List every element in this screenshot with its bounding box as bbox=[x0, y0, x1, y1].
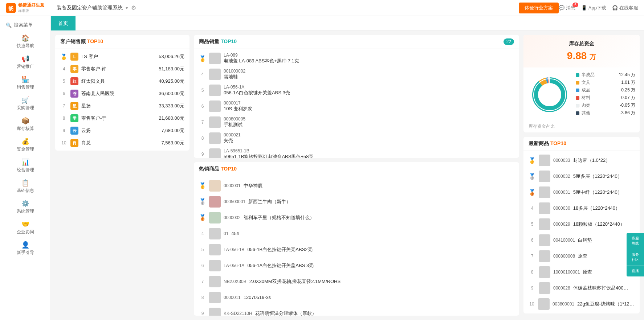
search-menu-item[interactable]: 🔍 搜索菜单 bbox=[0, 19, 50, 31]
customer-badge-7: 云 bbox=[70, 127, 78, 135]
rank-num: 4 bbox=[529, 206, 536, 211]
float-btn-customer-service[interactable]: 客服热线 bbox=[627, 233, 644, 249]
newest-product-code: 0000029 bbox=[553, 222, 570, 227]
hot-product-code: KK-SD22110H bbox=[224, 311, 252, 316]
logo-icon: 畅 bbox=[6, 3, 16, 13]
product-img-hot bbox=[209, 276, 221, 287]
donut-chart bbox=[528, 73, 571, 116]
newest-product-name: 原查 bbox=[583, 269, 592, 275]
customer-amount-7: 7,680.00元 bbox=[161, 127, 184, 134]
newest-products-list: 🥇 0000033 封边带（1.0*22） 🥈 0000032 5厘多层（122… bbox=[523, 151, 640, 313]
trial-button[interactable]: 体验行业方案 bbox=[519, 3, 559, 13]
product-img bbox=[209, 148, 221, 158]
product-img-hot bbox=[209, 244, 221, 255]
sidebar-item-quick-nav[interactable]: 🏠 快捷导航 bbox=[0, 31, 50, 52]
donut-inner bbox=[534, 79, 566, 111]
customer-name-8: 肖总 bbox=[81, 140, 158, 146]
newest-product-code: 0000028 bbox=[553, 286, 570, 291]
hot-product-code: 0000011 bbox=[224, 295, 241, 300]
product-img-newest bbox=[539, 171, 550, 182]
customer-rank-item: 10 肖 肖总 7,563.00元 bbox=[55, 137, 189, 149]
rank-num: 6 bbox=[529, 238, 536, 243]
customer-rank-item: 4 零 零售客户-许 51,183.00元 bbox=[55, 63, 189, 75]
legend-name-6: 其他 bbox=[582, 110, 617, 116]
sidebar-item-finance[interactable]: 💰 资金管理 bbox=[0, 135, 50, 155]
product-img-newest bbox=[538, 298, 550, 310]
rank-num: 8 bbox=[199, 136, 206, 141]
newest-product-name: 18多层（1220*2440） bbox=[573, 205, 620, 212]
hot-products-card: 热销商品 TOP10 🥇 0000001 中华神鹿 bbox=[194, 162, 519, 316]
sidebar-item-sales[interactable]: 🏪 销售管理 bbox=[0, 73, 50, 93]
medal-icon-1: 🥇 bbox=[60, 53, 68, 60]
float-btn-community[interactable]: 服务社区 bbox=[627, 249, 644, 266]
customer-badge-1: L bbox=[70, 53, 78, 61]
customer-name-7: 云扬 bbox=[81, 127, 158, 134]
product-img-hot bbox=[209, 228, 221, 239]
sidebar-item-enterprise[interactable]: 🤝 企业协同 bbox=[0, 217, 50, 238]
sidebar-item-system[interactable]: ⚙️ 系统管理 bbox=[0, 197, 50, 217]
legend-dot-1 bbox=[576, 73, 579, 77]
customer-name-3: 红太阳文具 bbox=[81, 78, 156, 85]
product-ranking-title: 商品销量 TOP10 bbox=[199, 38, 237, 45]
hot-product-code: LA-056-1B bbox=[224, 247, 244, 252]
hot-product-item: 6 LA-056-1A 056-1A白色按键开关盖ABS 3壳 bbox=[194, 258, 519, 274]
app-download-action[interactable]: 📱 App下载 bbox=[581, 5, 606, 11]
online-service-action[interactable]: 🎧 在线客服 bbox=[612, 5, 638, 11]
newest-product-code: 10000100001 bbox=[553, 270, 580, 275]
sidebar-item-newbie[interactable]: 👤 新手引导 bbox=[0, 238, 50, 259]
customer-amount-2: 51,183.00元 bbox=[159, 66, 184, 72]
tab-home[interactable]: 首页 bbox=[51, 16, 76, 30]
product-ranking-card: 商品销量 TOP10 22 🥇 LA-089 电池盖 LA-089 ABS本色+… bbox=[194, 35, 519, 158]
product-name: 电池盖 LA-089 ABS本色+黑种 7.1克 bbox=[224, 58, 514, 64]
settings-icon[interactable]: ⚙ bbox=[131, 4, 136, 11]
product-name: 夹壳 bbox=[224, 138, 514, 144]
legend-item-2: 文具 1.01 万 bbox=[576, 79, 635, 86]
content-body: 客户销售额 TOP10 🥇 L LS 客户 53,006.26元 bbox=[51, 30, 644, 320]
customer-amount-1: 53,006.26元 bbox=[159, 53, 184, 60]
customer-name-6: 零售客户-于 bbox=[81, 115, 156, 122]
home-icon: 🏠 bbox=[21, 34, 29, 42]
legend-value-2: 1.01 万 bbox=[621, 79, 635, 86]
product-img-hot bbox=[209, 180, 221, 192]
inventory-value: 9.88 bbox=[567, 50, 587, 61]
float-btn-live[interactable]: 直播 bbox=[627, 266, 644, 276]
customer-rank-item: 8 零 零售客户-于 21,680.00元 bbox=[55, 112, 189, 124]
product-name: 10S 变利罗浆 bbox=[224, 106, 514, 112]
messages-action[interactable]: 💬 消息 6 bbox=[559, 5, 575, 11]
product-img bbox=[209, 132, 221, 144]
sidebar-item-label-system: 系统管理 bbox=[17, 208, 34, 214]
newest-product-name: 封边带（1.0*22） bbox=[573, 157, 611, 164]
newest-product-code: 004100001 bbox=[553, 238, 575, 243]
product-rank-item: 9 LA-59651-1B 59651-1B旋转投影灯电池盒ABS黑色+58壳 bbox=[194, 146, 519, 158]
customer-name-4: 苍南县人民医院 bbox=[81, 90, 156, 97]
product-img-hot bbox=[209, 308, 221, 316]
handshake-icon: 🤝 bbox=[21, 220, 29, 228]
hot-product-name: 花语萌恒温分罐罐体（厚款） bbox=[255, 310, 317, 316]
dropdown-icon[interactable]: ▾ bbox=[126, 5, 128, 11]
sidebar-item-operations[interactable]: 📊 经营管理 bbox=[0, 155, 50, 176]
sidebar-item-label-quick-nav: 快捷导航 bbox=[17, 43, 34, 49]
medal-icon: 🥈 bbox=[529, 173, 536, 180]
sidebar-item-label-inventory: 库存核算 bbox=[17, 126, 34, 132]
customer-rank-item: 6 苍 苍南县人民医院 36,600.00元 bbox=[55, 87, 189, 100]
sidebar-item-purchase[interactable]: 🛒 采购管理 bbox=[0, 93, 50, 114]
hot-products-title: 热销商品 TOP10 bbox=[199, 166, 237, 172]
legend-name-1: 半成品 bbox=[582, 72, 617, 78]
newest-products-header: 最新商品 TOP10 bbox=[523, 137, 640, 151]
legend-value-3: 0.25 万 bbox=[621, 87, 635, 93]
hot-product-name: 12070519-xs bbox=[244, 295, 271, 300]
newest-product-name: 原查 bbox=[578, 253, 587, 259]
sidebar-item-base-info[interactable]: 📋 基础信息 bbox=[0, 176, 50, 197]
logo-text: 畅捷通好生意 bbox=[18, 2, 44, 8]
sidebar-item-inventory[interactable]: 📦 库存核算 bbox=[0, 114, 50, 135]
product-rank-item: 7 000800005 手机测试 bbox=[194, 114, 519, 130]
product-img-newest bbox=[539, 266, 550, 278]
product-img-newest bbox=[539, 218, 550, 230]
customer-amount-3: 40,925.00元 bbox=[159, 78, 184, 85]
sidebar-item-label-operations: 经营管理 bbox=[17, 167, 34, 173]
legend-dot-4 bbox=[576, 96, 579, 100]
product-img-newest bbox=[539, 250, 550, 262]
sidebar-item-marketing[interactable]: 📢 营销推广 bbox=[0, 52, 50, 73]
newest-product-item: 🥇 0000033 封边带（1.0*22） bbox=[523, 152, 640, 168]
right-column: 库存总资金 9.88 万 bbox=[523, 35, 640, 316]
